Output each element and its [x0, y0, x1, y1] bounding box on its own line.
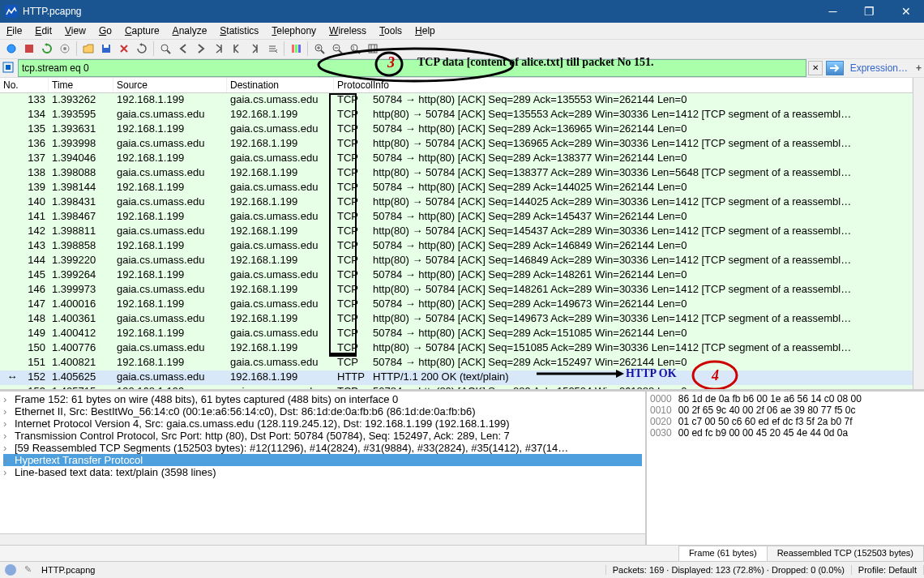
detail-line[interactable]: Transmission Control Protocol, Src Port:… — [3, 430, 642, 442]
table-row[interactable]: 1521.405625gaia.cs.umass.edu192.168.1.19… — [0, 370, 913, 385]
packet-details-pane[interactable]: Frame 152: 61 bytes on wire (488 bits), … — [0, 392, 647, 545]
svg-line-8 — [167, 50, 170, 54]
detail-line[interactable]: Internet Protocol Version 4, Src: gaia.c… — [3, 417, 642, 430]
capture-options-icon[interactable] — [57, 41, 73, 57]
packet-bytes-pane[interactable]: 000086 1d de 0a fb b6 00 1e a6 56 14 c0 … — [647, 392, 924, 440]
svg-rect-2 — [25, 45, 33, 53]
table-row[interactable]: 1511.400821192.168.1.199gaia.cs.umass.ed… — [0, 356, 913, 370]
expression-button[interactable]: Expression… — [845, 62, 913, 74]
next-packet-icon[interactable] — [193, 41, 209, 57]
bookmark-filter-icon[interactable] — [2, 61, 16, 75]
table-row[interactable]: 1361.393998gaia.cs.umass.edu192.168.1.19… — [0, 137, 913, 152]
open-file-icon[interactable] — [80, 41, 96, 57]
packet-list[interactable]: HTTP OK 4 ↔ 1331.393262192.168.1.199gaia… — [0, 93, 913, 390]
col-source[interactable]: Source — [113, 78, 227, 92]
menu-edit[interactable]: Edit — [28, 25, 58, 36]
status-profile[interactable]: Profile: Default — [852, 565, 924, 575]
svg-point-4 — [63, 47, 66, 50]
tab-reassembled[interactable]: Reassembled TCP (152503 bytes) — [767, 546, 924, 560]
menu-statistics[interactable]: Statistics — [213, 25, 265, 36]
first-packet-icon[interactable] — [229, 41, 245, 57]
table-row[interactable]: 1531.405715192.168.1.199gaia.cs.umass.ed… — [0, 385, 913, 390]
svg-line-13 — [321, 50, 324, 54]
col-no[interactable]: No. — [0, 78, 49, 92]
menu-tools[interactable]: Tools — [373, 25, 409, 36]
col-info[interactable]: Info — [370, 78, 913, 92]
svg-rect-11 — [298, 45, 301, 53]
start-capture-icon[interactable] — [3, 41, 19, 57]
table-row[interactable]: 1411.398467192.168.1.199gaia.cs.umass.ed… — [0, 210, 913, 225]
svg-rect-26 — [6, 65, 11, 70]
filter-bar: ✕ Expression… + 3 TCP data [content of a… — [0, 59, 924, 78]
stop-capture-icon[interactable] — [21, 41, 37, 57]
menu-wireless[interactable]: Wireless — [323, 25, 373, 36]
table-row[interactable]: 1401.398431gaia.cs.umass.edu192.168.1.19… — [0, 195, 913, 210]
goto-packet-icon[interactable] — [211, 41, 227, 57]
table-row[interactable]: 1371.394046192.168.1.199gaia.cs.umass.ed… — [0, 152, 913, 166]
colorize-icon[interactable] — [288, 41, 304, 57]
menubar: FileEditViewGoCaptureAnalyzeStatisticsTe… — [0, 23, 924, 40]
maximize-button[interactable]: ❐ — [851, 0, 888, 23]
find-packet-icon[interactable] — [157, 41, 173, 57]
table-row[interactable]: 1471.400016192.168.1.199gaia.cs.umass.ed… — [0, 298, 913, 312]
edit-mode-icon[interactable]: ✎ — [21, 564, 35, 575]
svg-text:1: 1 — [352, 45, 355, 51]
tab-frame[interactable]: Frame (61 bytes) — [678, 546, 768, 560]
packet-list-header[interactable]: No. Time Source Destination Protocol Inf… — [0, 78, 913, 93]
table-row[interactable]: 1451.399264192.168.1.199gaia.cs.umass.ed… — [0, 268, 913, 283]
titlebar: HTTP.pcapng ─ ❐ ✕ — [0, 0, 924, 23]
menu-view[interactable]: View — [58, 25, 92, 36]
scrollbar[interactable] — [913, 78, 924, 390]
hex-line[interactable]: 001000 2f 65 9c 40 00 2f 06 ae 39 80 77 … — [650, 405, 921, 416]
close-button[interactable]: ✕ — [888, 0, 924, 23]
add-filter-button[interactable]: + — [913, 62, 924, 74]
auto-scroll-icon[interactable] — [264, 41, 280, 57]
menu-analyze[interactable]: Analyze — [166, 25, 214, 36]
detail-line[interactable]: Line-based text data: text/plain (3598 l… — [3, 466, 642, 478]
detail-line[interactable]: Ethernet II, Src: BestItWo_56:14:c0 (00:… — [3, 405, 642, 417]
apply-filter-button[interactable] — [826, 61, 844, 75]
restart-capture-icon[interactable] — [39, 41, 55, 57]
menu-go[interactable]: Go — [92, 25, 118, 36]
menu-telephony[interactable]: Telephony — [265, 25, 323, 36]
minimize-button[interactable]: ─ — [815, 0, 851, 23]
menu-file[interactable]: File — [0, 25, 28, 36]
table-row[interactable]: 1501.400776gaia.cs.umass.edu192.168.1.19… — [0, 341, 913, 356]
table-row[interactable]: 1421.398811gaia.cs.umass.edu192.168.1.19… — [0, 225, 913, 239]
save-file-icon[interactable] — [98, 41, 114, 57]
table-row[interactable]: 1481.400361gaia.cs.umass.edu192.168.1.19… — [0, 312, 913, 327]
table-row[interactable]: 1441.399220gaia.cs.umass.edu192.168.1.19… — [0, 254, 913, 268]
last-packet-icon[interactable] — [246, 41, 263, 57]
clear-filter-icon[interactable]: ✕ — [808, 61, 823, 75]
hex-line[interactable]: 003000 ed fc b9 00 00 45 20 45 4e 44 0d … — [650, 427, 921, 439]
hex-line[interactable]: 000086 1d de 0a fb b6 00 1e a6 56 14 c0 … — [650, 393, 921, 405]
col-protocol[interactable]: Protocol — [334, 78, 370, 92]
table-row[interactable]: 1431.398858192.168.1.199gaia.cs.umass.ed… — [0, 239, 913, 254]
zoom-in-icon[interactable] — [311, 41, 327, 57]
table-row[interactable]: 1491.400412192.168.1.199gaia.cs.umass.ed… — [0, 327, 913, 341]
menu-help[interactable]: Help — [409, 25, 442, 36]
display-filter-input[interactable] — [18, 59, 806, 77]
col-time[interactable]: Time — [49, 78, 113, 92]
table-row[interactable]: 1341.393595gaia.cs.umass.edu192.168.1.19… — [0, 108, 913, 122]
detail-line[interactable]: [59 Reassembled TCP Segments (152503 byt… — [3, 442, 642, 454]
table-row[interactable]: 1351.393631192.168.1.199gaia.cs.umass.ed… — [0, 122, 913, 137]
col-destination[interactable]: Destination — [227, 78, 334, 92]
zoom-out-icon[interactable] — [329, 41, 345, 57]
close-file-icon[interactable] — [116, 41, 132, 57]
table-row[interactable]: 1461.399973gaia.cs.umass.edu192.168.1.19… — [0, 283, 913, 298]
table-row[interactable]: 1391.398144192.168.1.199gaia.cs.umass.ed… — [0, 181, 913, 195]
prev-packet-icon[interactable] — [175, 41, 191, 57]
menu-capture[interactable]: Capture — [118, 25, 166, 36]
detail-line[interactable]: Hypertext Transfer Protocol — [3, 454, 642, 466]
zoom-reset-icon[interactable]: 1 — [347, 41, 363, 57]
svg-line-17 — [339, 50, 342, 54]
expert-info-icon[interactable] — [5, 564, 16, 576]
table-row[interactable]: 1381.398088gaia.cs.umass.edu192.168.1.19… — [0, 166, 913, 181]
reload-icon[interactable] — [134, 41, 150, 57]
details-hscroll[interactable] — [0, 533, 645, 545]
detail-line[interactable]: Frame 152: 61 bytes on wire (488 bits), … — [3, 393, 642, 405]
table-row[interactable]: 1331.393262192.168.1.199gaia.cs.umass.ed… — [0, 93, 913, 108]
resize-columns-icon[interactable] — [365, 41, 381, 57]
hex-line[interactable]: 002001 c7 00 50 c6 60 ed ef dc f3 5f 2a … — [650, 416, 921, 427]
